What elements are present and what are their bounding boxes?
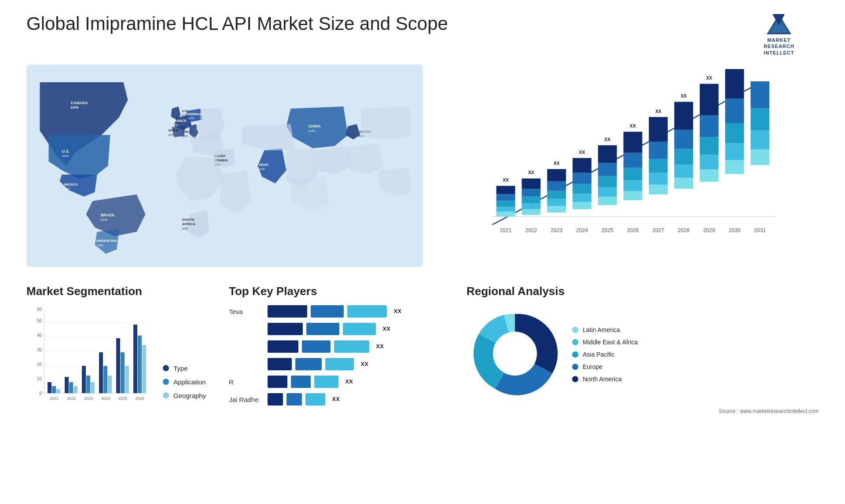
legend-item-application: Application — [163, 378, 206, 386]
svg-rect-54 — [725, 99, 744, 123]
year-2022: 2022 — [525, 227, 537, 234]
regional-area: Latin America Middle East & Africa Asia … — [467, 305, 819, 404]
pie-chart-svg — [467, 305, 563, 402]
svg-text:50: 50 — [37, 318, 42, 323]
source-text: Source : www.marketresearchintellect.com — [467, 408, 819, 414]
svg-rect-52 — [725, 143, 744, 160]
argentina-label: ARGENTINA — [96, 239, 117, 243]
r-legend-latin: Latin America — [572, 326, 638, 333]
svg-rect-85 — [86, 376, 90, 393]
svg-text:2025: 2025 — [118, 396, 127, 401]
seg-chart-area: 0 10 20 30 40 50 60 — [26, 305, 211, 413]
svg-rect-39 — [649, 142, 668, 159]
svg-rect-92 — [116, 338, 120, 393]
legend-geography-label: Geography — [173, 392, 206, 399]
svg-rect-44 — [674, 130, 693, 149]
brazil-label: BRAZIL — [100, 213, 115, 217]
key-players-title: Top Key Players — [229, 285, 449, 298]
svg-rect-15 — [522, 179, 540, 189]
r-legend-na: North America — [572, 376, 638, 383]
player-bar-value-6: XX — [332, 396, 340, 402]
svg-rect-50 — [700, 84, 719, 115]
player-bar-value-3: XX — [376, 343, 384, 350]
legend-type-label: Type — [173, 365, 188, 372]
seg-legend: Type Application Geography — [163, 365, 206, 413]
svg-rect-26 — [598, 197, 617, 205]
top-section: CANADA xx% U.S. xx% MEXICO xx% BRAZIL xx… — [26, 65, 819, 267]
segment-title: Market Segmentation — [26, 285, 211, 298]
player-bar-2c — [343, 323, 376, 335]
svg-text:60: 60 — [37, 307, 42, 312]
us-label: U.S. — [62, 149, 70, 153]
bar-label-2022: XX — [528, 170, 534, 175]
svg-rect-13 — [522, 197, 540, 204]
seg-chart-svg: 0 10 20 30 40 50 60 — [26, 305, 150, 411]
bottom-section: Market Segmentation 0 10 20 30 40 50 — [26, 285, 819, 414]
map-container: CANADA xx% U.S. xx% MEXICO xx% BRAZIL xx… — [26, 65, 423, 267]
china-label: CHINA — [308, 124, 321, 128]
sa-label2: AFRICA — [182, 222, 195, 226]
year-2027: 2027 — [652, 227, 664, 234]
seg-svg-wrap: 0 10 20 30 40 50 60 — [26, 305, 150, 413]
year-2028: 2028 — [678, 227, 690, 234]
svg-rect-49 — [700, 115, 719, 137]
svg-rect-30 — [598, 145, 617, 163]
svg-rect-81 — [69, 382, 73, 393]
page-wrapper: Global Imipramine HCL API Market Size an… — [0, 0, 845, 427]
player-bar-3a — [268, 340, 298, 353]
player-bar-6c — [305, 393, 325, 405]
player-bar-5a — [268, 376, 287, 388]
europe-label: Europe — [583, 363, 603, 370]
player-label-r: R — [229, 376, 259, 388]
svg-rect-36 — [649, 185, 668, 194]
latin-label: Latin America — [583, 326, 620, 333]
svg-rect-38 — [649, 159, 668, 173]
svg-rect-34 — [623, 153, 642, 168]
svg-text:2021: 2021 — [50, 396, 59, 401]
svg-rect-59 — [750, 81, 769, 109]
svg-rect-10 — [496, 186, 515, 194]
player-bar-6a — [268, 393, 283, 405]
svg-rect-22 — [573, 194, 592, 202]
bar-label-2025: XX — [604, 137, 610, 142]
header-row: Global Imipramine HCL API Market Size an… — [26, 13, 819, 56]
player-bar-row-3: XX — [268, 340, 449, 353]
bar-label-2026: XX — [630, 124, 636, 128]
svg-rect-25 — [573, 158, 592, 173]
mea-label: Middle East & Africa — [583, 339, 638, 346]
germany-value: xx% — [188, 117, 194, 120]
india-value: xx% — [259, 168, 265, 171]
svg-rect-94 — [125, 366, 129, 393]
regional-title: Regional Analysis — [467, 285, 819, 298]
mexico-value: xx% — [64, 187, 70, 190]
key-players-section: Top Key Players Teva R Jai Radhe — [229, 285, 449, 414]
france-label: FRANCE — [172, 119, 187, 123]
svg-rect-17 — [547, 199, 566, 206]
svg-rect-12 — [522, 204, 540, 209]
canada-label: CANADA — [70, 101, 88, 105]
latin-dot — [572, 327, 578, 333]
player-bar-5c — [314, 376, 338, 388]
svg-rect-16 — [547, 206, 566, 212]
player-bar-6b — [287, 393, 302, 405]
legend-item-geography: Geography — [163, 392, 206, 399]
player-bar-value-2: XX — [383, 325, 390, 332]
svg-rect-19 — [547, 181, 566, 190]
r-legend-mea: Middle East & Africa — [572, 339, 638, 346]
mea-dot — [572, 339, 578, 345]
svg-rect-77 — [52, 386, 56, 393]
player-bar-4a — [268, 358, 292, 370]
player-label-jairadhe: Jai Radhe — [229, 394, 259, 406]
year-2021: 2021 — [500, 227, 512, 234]
svg-rect-56 — [750, 150, 769, 165]
svg-text:30: 30 — [37, 347, 42, 352]
svg-rect-18 — [547, 191, 566, 199]
player-bar-4c — [325, 358, 354, 370]
svg-text:2026: 2026 — [136, 396, 144, 401]
year-2025: 2025 — [602, 227, 614, 234]
player-bar-value-4: XX — [361, 361, 368, 367]
svg-rect-46 — [700, 169, 719, 182]
svg-rect-31 — [623, 191, 642, 201]
type-dot — [163, 365, 169, 371]
year-2026: 2026 — [627, 227, 639, 234]
